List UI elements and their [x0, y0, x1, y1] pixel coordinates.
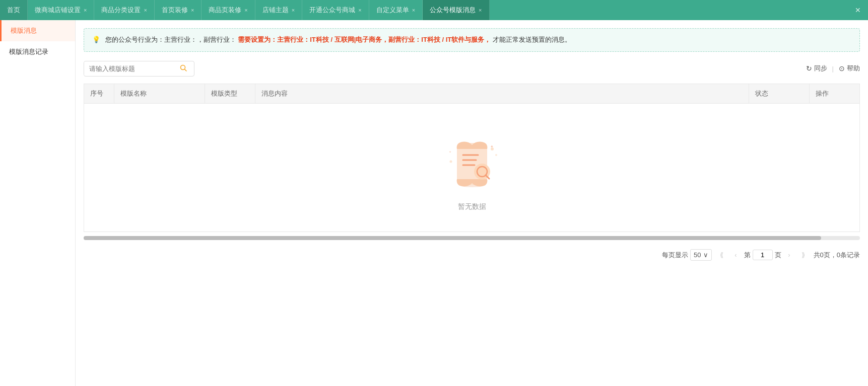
- nav-tab-category[interactable]: 商品分类设置 ×: [94, 0, 154, 20]
- nav-tab-category-close[interactable]: ×: [144, 7, 147, 13]
- nav-tab-product-decor[interactable]: 商品页装修 ×: [202, 0, 255, 20]
- nav-tab-theme-close[interactable]: ×: [292, 7, 295, 13]
- chevron-down-icon: ∨: [703, 251, 708, 259]
- next-page-button[interactable]: ›: [783, 249, 795, 261]
- scroll-thumb[interactable]: [84, 236, 821, 240]
- nav-tab-shop-settings-close[interactable]: ×: [84, 7, 87, 13]
- nav-tab-home[interactable]: 首页: [0, 0, 28, 20]
- prev-page-button[interactable]: ‹: [730, 249, 742, 261]
- pagination-controls: ⟪ ‹ 第 页 › ⟫: [716, 249, 810, 261]
- col-header-index: 序号: [84, 84, 114, 103]
- nav-tab-theme-label: 店铺主题: [262, 6, 289, 15]
- content-area: 💡 您的公众号行业为：主营行业：，副营行业： 需要设置为：主营行业：IT科技 /…: [76, 20, 868, 386]
- alert-prefix: 您的公众号行业为：主营行业：，副营行业：: [105, 36, 236, 43]
- sidebar: 模版消息 模版消息记录: [0, 20, 76, 386]
- page-label-pre: 第: [744, 251, 751, 260]
- nav-tab-product-decor-close[interactable]: ×: [244, 7, 247, 13]
- first-page-button[interactable]: ⟪: [716, 249, 728, 261]
- nav-tab-shop-settings[interactable]: 微商城店铺设置 ×: [28, 0, 94, 20]
- empty-state: ✦ ✦ 暂无数据: [84, 104, 859, 231]
- nav-tab-open-mall-close[interactable]: ×: [358, 7, 361, 13]
- alert-icon: 💡: [92, 36, 100, 43]
- col-header-status: 状态: [749, 84, 810, 103]
- last-page-button[interactable]: ⟫: [797, 249, 810, 261]
- sync-icon: ↻: [806, 64, 812, 72]
- current-page-wrapper: 第 页: [744, 250, 781, 260]
- nav-tab-custom-menu[interactable]: 自定义菜单 ×: [369, 0, 423, 20]
- page-size-value: 50: [694, 251, 701, 259]
- search-button[interactable]: [175, 61, 192, 76]
- help-icon: ⊙: [839, 64, 845, 72]
- col-header-content: 消息内容: [255, 84, 749, 103]
- search-input[interactable]: [84, 62, 175, 75]
- sidebar-item-template-msg-record-label: 模版消息记录: [9, 48, 48, 55]
- table-header-row: 序号 模版名称 模版类型 消息内容 状态 操作: [84, 84, 860, 103]
- svg-point-11: [449, 160, 452, 163]
- empty-icon: ✦ ✦: [442, 134, 502, 194]
- pagination-area: 每页显示 50 ∨ ⟪ ‹ 第 页 › ⟫ 共0页，0条记录: [84, 245, 860, 265]
- horizontal-scrollbar[interactable]: [84, 236, 860, 240]
- top-nav: 首页 微商城店铺设置 × 商品分类设置 × 首页装修 × 商品页装修 × 店铺主…: [0, 0, 868, 20]
- nav-tab-template-msg-label: 公众号模版消息: [430, 6, 476, 15]
- sidebar-item-template-msg[interactable]: 模版消息: [0, 20, 75, 41]
- svg-line-1: [185, 69, 187, 71]
- nav-tab-custom-menu-label: 自定义菜单: [376, 6, 409, 15]
- sidebar-item-template-msg-label: 模版消息: [11, 27, 37, 34]
- nav-tab-template-msg[interactable]: 公众号模版消息 ×: [423, 0, 489, 20]
- svg-text:✦: ✦: [449, 150, 451, 153]
- nav-tab-custom-menu-close[interactable]: ×: [412, 7, 415, 13]
- help-label: 帮助: [847, 64, 860, 73]
- nav-tab-category-label: 商品分类设置: [101, 6, 141, 15]
- alert-highlight: 需要设置为：主营行业：IT科技 / 互联网|电子商务，副营行业：IT科技 / I…: [238, 36, 491, 43]
- col-header-action: 操作: [810, 84, 860, 103]
- nav-tab-theme[interactable]: 店铺主题 ×: [255, 0, 302, 20]
- sync-button[interactable]: ↻ 同步: [806, 64, 827, 73]
- template-table: 序号 模版名称 模版类型 消息内容 状态 操作: [84, 84, 860, 232]
- nav-tab-home-decor-label: 首页装修: [162, 6, 188, 15]
- page-size-selector: 每页显示 50 ∨: [662, 249, 711, 261]
- action-divider: |: [832, 65, 834, 72]
- svg-point-10: [495, 154, 497, 156]
- close-all-button[interactable]: ✕: [848, 6, 868, 14]
- sync-label: 同步: [814, 64, 827, 73]
- nav-tab-home-decor-close[interactable]: ×: [191, 7, 194, 13]
- page-size-prefix: 每页显示: [662, 251, 688, 260]
- table-empty-row: ✦ ✦ 暂无数据: [84, 103, 860, 231]
- col-header-name: 模版名称: [114, 84, 205, 103]
- sidebar-item-template-msg-record[interactable]: 模版消息记录: [0, 41, 75, 62]
- empty-text: 暂无数据: [458, 202, 486, 211]
- svg-text:✦: ✦: [490, 144, 494, 149]
- search-input-wrapper: [84, 61, 194, 76]
- total-info: 共0页，0条记录: [814, 251, 860, 260]
- search-right-actions: ↻ 同步 | ⊙ 帮助: [806, 64, 860, 73]
- nav-tab-open-mall-label: 开通公众号商城: [309, 6, 355, 15]
- industry-alert: 💡 您的公众号行业为：主营行业：，副营行业： 需要设置为：主营行业：IT科技 /…: [84, 28, 860, 52]
- nav-tab-product-decor-label: 商品页装修: [209, 6, 241, 15]
- nav-tab-shop-settings-label: 微商城店铺设置: [35, 6, 81, 15]
- current-page-input[interactable]: [753, 250, 773, 260]
- nav-tab-home-decor[interactable]: 首页装修 ×: [155, 0, 202, 20]
- main-layout: 模版消息 模版消息记录 💡 您的公众号行业为：主营行业：，副营行业： 需要设置为…: [0, 20, 868, 386]
- help-button[interactable]: ⊙ 帮助: [839, 64, 860, 73]
- page-label-post: 页: [775, 251, 781, 260]
- nav-tab-open-mall[interactable]: 开通公众号商城 ×: [302, 0, 369, 20]
- col-header-type: 模版类型: [205, 84, 255, 103]
- nav-tab-template-msg-close[interactable]: ×: [479, 7, 482, 13]
- nav-tab-home-label: 首页: [7, 6, 20, 15]
- alert-suffix: 才能正常发送预置的消息。: [493, 36, 571, 43]
- search-bar: ↻ 同步 | ⊙ 帮助: [84, 61, 860, 76]
- page-size-select-box[interactable]: 50 ∨: [690, 249, 711, 261]
